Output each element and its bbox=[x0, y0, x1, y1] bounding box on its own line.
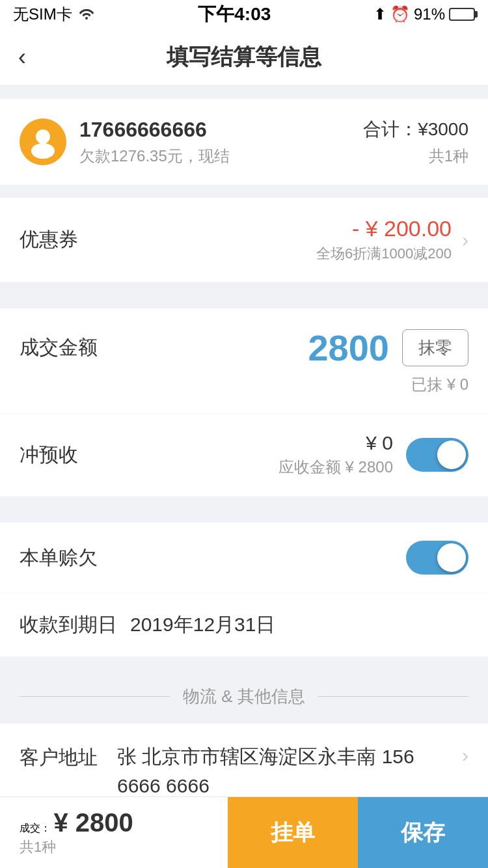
bottom-amount: ¥ 2800 bbox=[53, 808, 133, 837]
deal-amount-section: 成交金额 2800 抹零 已抹 ¥ 0 bbox=[0, 308, 488, 414]
customer-count: 共1种 bbox=[363, 146, 468, 167]
customer-left: 17666666666 欠款1276.35元，现结 bbox=[20, 118, 230, 167]
bottom-count: 共1种 bbox=[20, 837, 208, 857]
deal-amount-value: 2800 bbox=[308, 327, 389, 369]
svg-point-1 bbox=[31, 143, 55, 159]
prepay-sub: 应收金额 ¥ 2800 bbox=[278, 457, 393, 478]
discount-row[interactable]: 优惠券 - ¥ 200.00 全场6折满1000减200 › bbox=[0, 198, 488, 282]
prepay-label: 冲预收 bbox=[20, 442, 78, 468]
status-left: 无SIM卡 bbox=[13, 4, 96, 25]
address-text: 张 北京市市辖区海淀区永丰南 156 6666 6666 bbox=[117, 742, 462, 800]
debit-toggle[interactable] bbox=[406, 541, 468, 575]
prepay-right: ¥ 0 应收金额 ¥ 2800 bbox=[278, 432, 468, 478]
avatar-icon bbox=[26, 125, 60, 159]
divider-2 bbox=[0, 282, 488, 295]
back-button[interactable]: ‹ bbox=[18, 44, 26, 71]
save-button[interactable]: 保存 bbox=[358, 797, 488, 869]
customer-right: 合计：¥3000 共1种 bbox=[363, 117, 468, 167]
divider-3 bbox=[0, 496, 488, 509]
due-label: 收款到期日 bbox=[20, 612, 117, 638]
discount-right: - ¥ 200.00 全场6折满1000减200 › bbox=[316, 216, 468, 264]
prepay-section: 冲预收 ¥ 0 应收金额 ¥ 2800 bbox=[0, 414, 488, 496]
prepay-amount: ¥ 0 bbox=[278, 432, 393, 454]
due-date-value: 2019年12月31日 bbox=[130, 612, 275, 638]
debit-toggle-knob bbox=[437, 543, 466, 572]
due-row: 收款到期日 2019年12月31日 bbox=[20, 612, 468, 638]
discount-label: 优惠券 bbox=[20, 226, 78, 253]
avatar bbox=[20, 118, 66, 165]
address-label: 客户地址 bbox=[20, 742, 98, 771]
discount-value: - ¥ 200.00 全场6折满1000减200 bbox=[316, 216, 452, 264]
bottom-deal-label: 成交： ¥ 2800 bbox=[20, 808, 208, 837]
status-bar: 无SIM卡 下午4:03 ⬆ ⏰ 91% bbox=[0, 0, 488, 29]
prepay-toggle[interactable] bbox=[406, 438, 468, 472]
toggle-knob bbox=[437, 441, 466, 469]
customer-info: 17666666666 欠款1276.35元，现结 bbox=[79, 118, 230, 167]
divider-line-left bbox=[20, 696, 170, 697]
address-chevron-icon: › bbox=[462, 742, 468, 766]
due-date-section: 收款到期日 2019年12月31日 bbox=[0, 593, 488, 657]
battery-percent: 91% bbox=[414, 5, 445, 23]
network-label: 无SIM卡 bbox=[13, 4, 72, 25]
prepay-row: 冲预收 ¥ 0 应收金额 ¥ 2800 bbox=[20, 432, 468, 478]
logistics-text: 物流 & 其他信息 bbox=[183, 685, 305, 708]
deal-label: 成交金额 bbox=[20, 334, 98, 361]
deal-row: 成交金额 2800 抹零 bbox=[20, 327, 468, 369]
customer-total: 合计：¥3000 bbox=[363, 117, 468, 142]
wifi-icon bbox=[77, 5, 96, 23]
discount-amount: - ¥ 200.00 bbox=[316, 216, 452, 241]
deal-sub: 已抹 ¥ 0 bbox=[20, 374, 468, 395]
status-time: 下午4:03 bbox=[198, 2, 271, 27]
bottom-deal-text: 成交： bbox=[20, 822, 51, 834]
status-right: ⬆ ⏰ 91% bbox=[373, 5, 475, 23]
deal-right: 2800 抹零 bbox=[308, 327, 468, 369]
battery-icon bbox=[449, 8, 475, 21]
nav-bar: ‹ 填写结算等信息 bbox=[0, 29, 488, 86]
discount-desc: 全场6折满1000减200 bbox=[316, 244, 452, 264]
alarm-icon: ⏰ bbox=[390, 5, 410, 23]
main-content: 17666666666 欠款1276.35元，现结 合计：¥3000 共1种 优… bbox=[0, 99, 488, 868]
svg-point-0 bbox=[36, 129, 50, 144]
divider-1 bbox=[0, 185, 488, 198]
bottom-info: 成交： ¥ 2800 共1种 bbox=[0, 808, 228, 857]
hold-button[interactable]: 挂单 bbox=[228, 797, 358, 869]
debit-section: 本单赊欠 bbox=[0, 522, 488, 593]
nav-title: 填写结算等信息 bbox=[167, 42, 321, 72]
prepay-value-block: ¥ 0 应收金额 ¥ 2800 bbox=[278, 432, 393, 478]
customer-debt: 欠款1276.35元，现结 bbox=[79, 146, 230, 167]
customer-phone: 17666666666 bbox=[79, 118, 230, 142]
bottom-bar: 成交： ¥ 2800 共1种 挂单 保存 bbox=[0, 796, 488, 868]
customer-card: 17666666666 欠款1276.35元，现结 合计：¥3000 共1种 bbox=[0, 99, 488, 185]
divider-line-right bbox=[318, 696, 468, 697]
location-icon: ⬆ bbox=[373, 5, 386, 23]
round-button[interactable]: 抹零 bbox=[402, 329, 468, 366]
logistics-divider: 物流 & 其他信息 bbox=[0, 670, 488, 724]
discount-chevron-icon: › bbox=[462, 229, 468, 251]
debit-label: 本单赊欠 bbox=[20, 545, 98, 571]
